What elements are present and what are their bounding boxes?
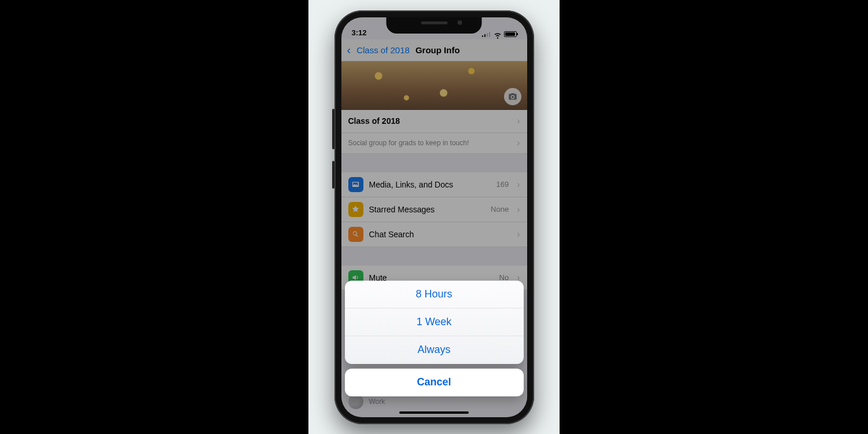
article-backdrop: 3:12 ‹ Class of 2018 Group Info — [308, 0, 560, 434]
phone-frame: 3:12 ‹ Class of 2018 Group Info — [334, 10, 534, 424]
mute-option-always[interactable]: Always — [345, 336, 524, 364]
cancel-button[interactable]: Cancel — [345, 369, 524, 396]
action-sheet: 8 Hours 1 Week Always Cancel — [345, 281, 524, 396]
display-notch — [387, 17, 482, 34]
mute-option-8-hours[interactable]: 8 Hours — [345, 281, 524, 308]
mute-option-1-week[interactable]: 1 Week — [345, 308, 524, 336]
phone-screen: 3:12 ‹ Class of 2018 Group Info — [341, 17, 527, 417]
action-sheet-options: 8 Hours 1 Week Always — [345, 281, 524, 364]
home-indicator[interactable] — [399, 411, 469, 414]
